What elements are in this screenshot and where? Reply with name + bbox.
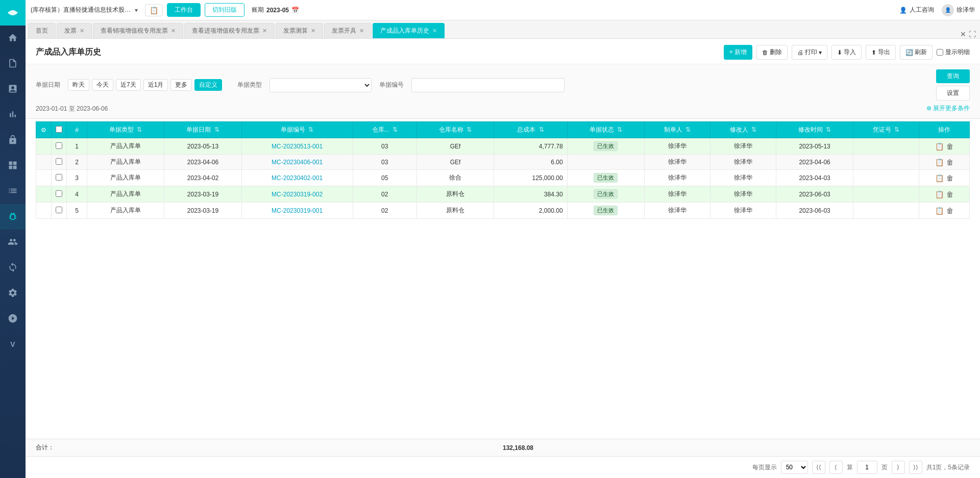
sidebar-item-settings[interactable] [0,281,26,306]
row-checkbox-0[interactable] [56,142,62,149]
row-delete-btn-3[interactable]: 🗑 [946,190,953,198]
row-edit-btn-0[interactable]: 📋 [935,142,944,150]
row-checkbox-4[interactable] [56,207,62,213]
quick-1month[interactable]: 近1月 [143,79,168,91]
quick-yesterday[interactable]: 昨天 [68,79,89,91]
th-warehouse-name[interactable]: 仓库名称 ⇅ [416,122,494,138]
row-edit-btn-2[interactable]: 📋 [935,174,944,182]
user-info[interactable]: 👤 徐泽华 [942,4,975,16]
row-delete-btn-2[interactable]: 🗑 [946,174,953,182]
last-page-button[interactable]: ⟩⟩ [909,461,922,474]
period-calendar-icon[interactable]: 📅 [291,7,299,14]
th-doc-status[interactable]: 单据状态 ⇅ [567,122,644,138]
row-edit-btn-4[interactable]: 📋 [935,207,944,215]
sidebar-item-people[interactable] [0,230,26,255]
row-delete-btn-1[interactable]: 🗑 [946,158,953,166]
tab-view-purchase-vat-close[interactable]: ✕ [262,28,267,34]
th-creator[interactable]: 制单人 ⇅ [644,122,710,138]
set-button[interactable]: 设置 [936,86,970,100]
copy-button[interactable]: 📋 [145,4,163,16]
expand-filter-button[interactable]: ⊕ 展开更多条件 [926,104,970,113]
tab-view-purchase-vat[interactable]: 查看进项增值税专用发票 ✕ [184,23,275,38]
page-input[interactable] [857,461,877,474]
sidebar-item-warehouse[interactable] [0,204,26,230]
doc-no-link-1[interactable]: MC-20230406-001 [272,159,323,166]
tab-invoice-calc-close[interactable]: ✕ [311,28,315,34]
quick-7days[interactable]: 近7天 [116,79,141,91]
workbench-button[interactable]: 工作台 [167,3,201,17]
sidebar-item-chart[interactable] [0,102,26,128]
select-all-checkbox[interactable] [56,126,62,133]
cell-doc-no-3[interactable]: MC-20230319-002 [241,186,353,203]
tab-invoice[interactable]: 发票 ✕ [57,23,92,38]
sidebar-item-refresh[interactable] [0,255,26,281]
row-delete-btn-0[interactable]: 🗑 [946,142,953,150]
quick-custom[interactable]: 自定义 [194,79,222,91]
display-toggle-checkbox[interactable] [937,49,943,56]
th-settings[interactable]: ⚙ [36,122,52,138]
th-voucher-no[interactable]: 凭证号 ⇅ [853,122,919,138]
sidebar-item-analytics[interactable] [0,77,26,102]
th-doc-date[interactable]: 单据日期 ⇅ [164,122,241,138]
sidebar-item-list[interactable] [0,179,26,204]
refresh-button[interactable]: 🔄 刷新 [900,45,933,60]
switch-old-button[interactable]: 切到旧版 [205,3,244,17]
doc-type-select[interactable] [270,78,372,92]
th-doc-no[interactable]: 单据编号 ⇅ [241,122,353,138]
delete-button[interactable]: 🗑 删除 [756,45,788,60]
sidebar-item-invoice[interactable] [0,51,26,77]
cell-doc-no-0[interactable]: MC-20230513-001 [241,138,353,155]
close-all-button[interactable]: ✕ [960,30,966,38]
sidebar-item-home[interactable] [0,26,26,51]
doc-no-link-2[interactable]: MC-20230402-001 [272,174,323,182]
prev-page-button[interactable]: ⟨ [829,461,843,474]
company-selector[interactable]: (库存核算）直播轻拢通信息技术股份... ▾ [31,6,138,14]
import-button[interactable]: ⬇ 导入 [831,45,862,60]
sidebar-item-v[interactable]: V [0,332,26,357]
cell-voucher-no-1 [853,155,919,170]
th-doc-type[interactable]: 单据类型 ⇅ [87,122,164,138]
sidebar-item-grid[interactable] [0,153,26,179]
company-dropdown-icon[interactable]: ▾ [135,7,138,14]
next-page-button[interactable]: ⟩ [892,461,905,474]
row-checkbox-3[interactable] [56,190,62,197]
export-button[interactable]: ⬆ 导出 [866,45,896,60]
tab-view-sales-vat[interactable]: 查看销项增值税专用发票 ✕ [93,23,183,38]
display-toggle-label[interactable]: 显示明细 [945,48,970,57]
new-button[interactable]: + 新增 [724,45,752,60]
tab-invoice-close[interactable]: ✕ [80,28,84,34]
tab-invoice-open[interactable]: 发票开具 ✕ [324,23,372,38]
cell-doc-no-4[interactable]: MC-20230319-001 [241,203,353,219]
cell-doc-no-1[interactable]: MC-20230406-001 [241,155,353,170]
row-edit-btn-1[interactable]: 📋 [935,158,944,166]
sidebar-item-lock[interactable] [0,128,26,153]
quick-more[interactable]: 更多 [170,79,192,91]
row-checkbox-2[interactable] [56,174,62,181]
tab-home[interactable]: 首页 [28,23,56,38]
tab-product-instock[interactable]: 产成品入库单历史 ✕ [373,23,445,38]
tab-invoice-open-close[interactable]: ✕ [359,28,364,34]
doc-no-link-4[interactable]: MC-20230319-001 [272,207,323,214]
doc-no-link-3[interactable]: MC-20230319-002 [272,191,323,198]
th-total-cost[interactable]: 总成本 ⇅ [494,122,567,138]
cell-doc-no-2[interactable]: MC-20230402-001 [241,170,353,186]
row-edit-btn-3[interactable]: 📋 [935,190,944,198]
th-modifier[interactable]: 修改人 ⇅ [710,122,776,138]
support-link[interactable]: 👤 人工咨询 [899,6,934,14]
doc-no-link-0[interactable]: MC-20230513-001 [272,143,323,150]
query-button[interactable]: 查询 [936,69,970,83]
print-button[interactable]: 🖨 打印 ▾ [792,45,827,60]
expand-tabbar-button[interactable]: ⛶ [969,30,976,38]
row-checkbox-1[interactable] [56,158,62,165]
row-delete-btn-4[interactable]: 🗑 [946,207,953,215]
first-page-button[interactable]: ⟨⟨ [812,461,825,474]
tab-invoice-calc[interactable]: 发票测算 ✕ [276,23,323,38]
quick-today[interactable]: 今天 [92,79,113,91]
th-warehouse-code[interactable]: 仓库... ⇅ [353,122,416,138]
tab-view-sales-vat-close[interactable]: ✕ [171,28,176,34]
doc-no-input[interactable] [411,78,565,92]
tab-product-instock-close[interactable]: ✕ [432,28,437,34]
sidebar-item-play[interactable] [0,306,26,332]
per-page-select[interactable]: 2050100 [781,461,808,474]
th-modify-time[interactable]: 修改时间 ⇅ [776,122,853,138]
